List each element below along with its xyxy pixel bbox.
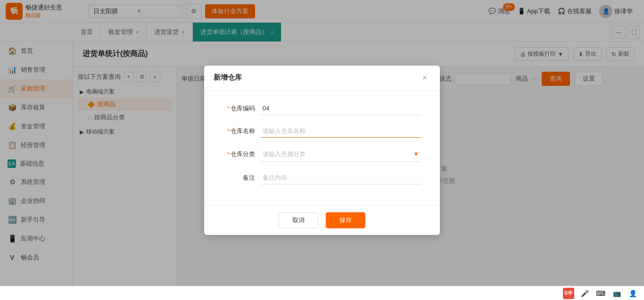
warehouse-code-input[interactable] <box>261 102 421 115</box>
dialog-title: 新增仓库 <box>214 73 242 82</box>
screen-icon[interactable]: 📺 <box>611 288 622 299</box>
remark-label: 备注 <box>223 174 261 182</box>
form-row-name: 仓库名称 <box>223 125 421 138</box>
warehouse-name-input[interactable] <box>261 125 421 138</box>
person-icon[interactable]: 👤 <box>627 288 638 299</box>
modal-overlay: 新增仓库 × 仓库编码 仓库名称 仓库分类 请输入所属分类 ▼ <box>0 0 644 300</box>
status-bar: S中 🎤 ⌨ 📺 👤 <box>0 286 644 300</box>
form-row-remark: 备注 <box>223 171 421 184</box>
warehouse-category-select[interactable]: 请输入所属分类 ▼ <box>261 147 421 162</box>
cancel-button[interactable]: 取消 <box>279 212 318 228</box>
warehouse-category-label: 仓库分类 <box>223 150 261 158</box>
s-icon[interactable]: S中 <box>563 288 574 299</box>
dialog-header: 新增仓库 × <box>204 66 440 91</box>
keyboard-icon[interactable]: ⌨ <box>595 288 606 299</box>
form-row-category: 仓库分类 请输入所属分类 ▼ <box>223 147 421 162</box>
add-warehouse-dialog: 新增仓库 × 仓库编码 仓库名称 仓库分类 请输入所属分类 ▼ <box>204 66 440 235</box>
save-button[interactable]: 保存 <box>326 212 365 228</box>
warehouse-code-label: 仓库编码 <box>223 104 261 113</box>
mic-icon[interactable]: 🎤 <box>579 288 590 299</box>
form-row-code: 仓库编码 <box>223 102 421 115</box>
remark-input[interactable] <box>261 171 421 184</box>
category-placeholder: 请输入所属分类 <box>263 150 305 158</box>
warehouse-name-label: 仓库名称 <box>223 127 261 135</box>
dialog-body: 仓库编码 仓库名称 仓库分类 请输入所属分类 ▼ 备注 <box>204 91 440 205</box>
category-dropdown-arrow: ▼ <box>413 150 419 158</box>
dialog-close-btn[interactable]: × <box>419 72 430 83</box>
dialog-footer: 取消 保存 <box>204 205 440 235</box>
